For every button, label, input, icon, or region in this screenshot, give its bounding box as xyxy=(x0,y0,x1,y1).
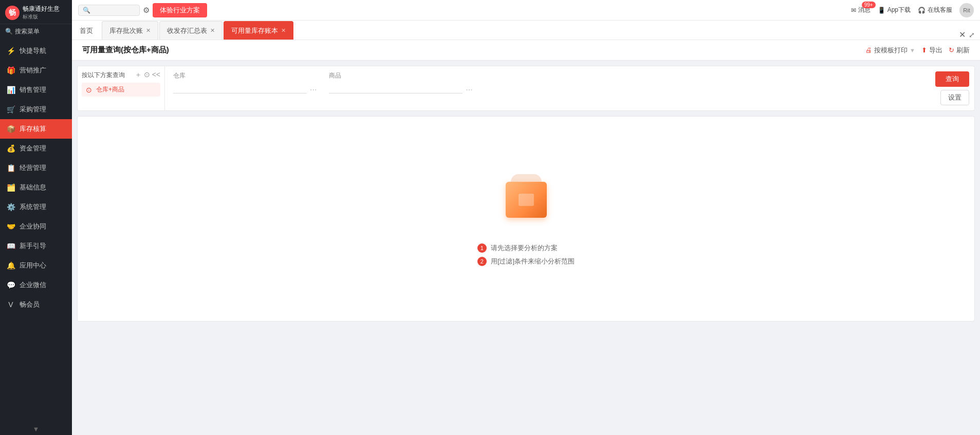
filter-fields: 仓库 ... 商品 ... xyxy=(165,66,935,110)
tab-collect-summary-close[interactable]: ✕ xyxy=(210,27,215,34)
sidebar-item-cooperation[interactable]: 🤝 企业协同 xyxy=(0,217,72,236)
sidebar-item-sales[interactable]: 📊 销售管理 xyxy=(0,80,72,100)
tab-batch-ledger-close[interactable]: ✕ xyxy=(146,27,151,34)
topbar: 🔍 ⚙ 体验行业方案 ✉ 99+ 消息 📱 App下载 🎧 在线客服 Rit xyxy=(72,0,980,21)
warehouse-goods-icon: ⊙ xyxy=(85,86,93,94)
tab-available-ledger-close[interactable]: ✕ xyxy=(281,27,286,34)
filter-scheme-label: 按以下方案查询 xyxy=(82,71,125,80)
sidebar-item-member[interactable]: V 畅会员 xyxy=(0,295,72,314)
sidebar-item-wechat[interactable]: 💬 企业微信 xyxy=(0,275,72,295)
sales-icon: 📊 xyxy=(6,85,15,94)
filter-sidebar-header: 按以下方案查询 ＋ ⊙ << xyxy=(82,70,160,80)
warehouse-input[interactable] xyxy=(173,82,307,93)
filter-panel: 按以下方案查询 ＋ ⊙ << ⊙ 仓库+商品 仓库 xyxy=(77,66,975,111)
print-template-button[interactable]: 🖨 按模板打印 ▼ xyxy=(865,46,915,55)
message-icon-item[interactable]: ✉ 99+ 消息 xyxy=(851,6,871,14)
trial-industry-button[interactable]: 体验行业方案 xyxy=(153,3,207,17)
search-icon: 🔍 xyxy=(5,28,13,35)
warehouse-input-row: ... xyxy=(173,82,317,93)
topbar-right: ✉ 99+ 消息 📱 App下载 🎧 在线客服 Rit xyxy=(851,3,974,17)
sidebar-item-app-center[interactable]: 🔔 应用中心 xyxy=(0,256,72,275)
tab-home[interactable]: 首页 xyxy=(72,21,101,40)
filter-collapse-icon[interactable]: << xyxy=(152,70,160,80)
tab-expand-button[interactable]: ⤢ xyxy=(969,31,975,39)
app-download-item[interactable]: 📱 App下载 xyxy=(878,6,911,14)
quick-nav-icon: ⚡ xyxy=(6,46,15,55)
sidebar-item-inventory[interactable]: 📦 库存核算 xyxy=(0,119,72,139)
sidebar-item-label: 系统管理 xyxy=(20,202,46,212)
guide-icon: 📖 xyxy=(6,241,15,251)
warehouse-dots-button[interactable]: ... xyxy=(310,83,317,92)
settings-button[interactable]: 设置 xyxy=(940,90,969,105)
sidebar-item-finance[interactable]: 💰 资金管理 xyxy=(0,139,72,158)
refresh-button[interactable]: ↻ 刷新 xyxy=(949,46,970,55)
sidebar-item-purchase[interactable]: 🛒 采购管理 xyxy=(0,100,72,119)
goods-dots-button[interactable]: ... xyxy=(466,83,472,92)
sidebar-item-guide[interactable]: 📖 新手引导 xyxy=(0,236,72,256)
goods-input[interactable] xyxy=(329,82,463,93)
sidebar-nav: ⚡ 快捷导航 🎁 营销推广 📊 销售管理 🛒 采购管理 📦 库存核算 💰 资金管… xyxy=(0,39,72,423)
topbar-search-icon: 🔍 xyxy=(83,7,90,14)
sidebar-item-label: 新手引导 xyxy=(20,241,46,251)
sidebar-item-label: 库存核算 xyxy=(20,124,46,134)
sidebar-item-marketing[interactable]: 🎁 营销推广 xyxy=(0,61,72,80)
warehouse-field-label: 仓库 xyxy=(173,71,317,80)
print-icon: 🖨 xyxy=(865,46,872,54)
tab-collect-summary[interactable]: 收发存汇总表 ✕ xyxy=(159,21,223,40)
sidebar-search[interactable]: 🔍 搜索菜单 xyxy=(0,24,72,39)
query-button[interactable]: 查询 xyxy=(935,71,969,87)
filter-settings-icon[interactable]: ⊙ xyxy=(144,70,150,80)
tabs-right-actions: ✕ ⤢ xyxy=(954,30,980,40)
filter-add-icon[interactable]: ＋ xyxy=(135,70,142,80)
sidebar-item-quick-nav[interactable]: ⚡ 快捷导航 xyxy=(0,41,72,61)
sidebar-item-label: 畅会员 xyxy=(20,300,40,309)
marketing-icon: 🎁 xyxy=(6,66,15,75)
query-btn-area: 查询 设置 xyxy=(935,66,974,110)
brand-tag: 标准版 xyxy=(23,13,60,21)
topbar-left: 🔍 ⚙ 体验行业方案 xyxy=(78,3,847,17)
sidebar-item-label: 应用中心 xyxy=(20,261,46,270)
goods-field-label: 商品 xyxy=(329,71,472,80)
hint-text-1: 请先选择要分析的方案 xyxy=(491,243,558,253)
hint-num-1: 1 xyxy=(477,243,487,253)
topbar-search-box[interactable]: 🔍 xyxy=(78,5,140,16)
finance-icon: 💰 xyxy=(6,144,15,153)
app-download-label: App下载 xyxy=(887,6,911,14)
sidebar-item-label: 资金管理 xyxy=(20,144,46,153)
topbar-gear-icon[interactable]: ⚙ xyxy=(143,6,150,15)
tab-close-all-button[interactable]: ✕ xyxy=(959,30,966,40)
empty-hint-1: 1 请先选择要分析的方案 xyxy=(477,243,575,253)
export-button[interactable]: ⬆ 导出 xyxy=(921,46,942,55)
filter-option-warehouse-goods[interactable]: ⊙ 仓库+商品 xyxy=(82,83,160,97)
empty-illustration xyxy=(495,172,557,233)
brand-icon: 畅 xyxy=(5,6,20,20)
refresh-label: 刷新 xyxy=(956,46,970,55)
main-area: 🔍 ⚙ 体验行业方案 ✉ 99+ 消息 📱 App下载 🎧 在线客服 Rit xyxy=(72,0,980,435)
sidebar-item-label: 快捷导航 xyxy=(20,46,46,55)
member-icon: V xyxy=(6,300,15,309)
tab-available-ledger-label: 可用量库存账本 xyxy=(231,26,278,35)
filter-field-goods: 商品 ... xyxy=(329,71,472,93)
page-content: 可用量查询(按仓库+商品) 🖨 按模板打印 ▼ ⬆ 导出 ↻ 刷新 xyxy=(72,40,980,435)
sidebar-scroll-down[interactable]: ▼ xyxy=(0,423,72,435)
sidebar-item-system[interactable]: ⚙️ 系统管理 xyxy=(0,197,72,217)
sidebar-header: 畅 畅康通好生意 标准版 xyxy=(0,0,72,24)
sidebar-item-basic[interactable]: 🗂️ 基础信息 xyxy=(0,178,72,197)
print-chevron-icon: ▼ xyxy=(910,47,915,53)
user-avatar[interactable]: Rit xyxy=(959,3,974,17)
goods-input-row: ... xyxy=(329,82,472,93)
tab-available-ledger[interactable]: 可用量库存账本 ✕ xyxy=(224,21,293,40)
sidebar-item-label: 销售管理 xyxy=(20,85,46,94)
topbar-search-input[interactable] xyxy=(93,7,134,14)
page-header-actions: 🖨 按模板打印 ▼ ⬆ 导出 ↻ 刷新 xyxy=(865,46,970,55)
sidebar-item-label: 企业微信 xyxy=(20,280,46,290)
sidebar: 畅 畅康通好生意 标准版 🔍 搜索菜单 ⚡ 快捷导航 🎁 营销推广 📊 销售管理… xyxy=(0,0,72,435)
filter-sidebar-actions: ＋ ⊙ << xyxy=(135,70,160,80)
tabs-bar: 首页 库存批次账 ✕ 收发存汇总表 ✕ 可用量库存账本 ✕ ✕ ⤢ xyxy=(72,21,980,40)
sidebar-item-operations[interactable]: 📋 经营管理 xyxy=(0,158,72,178)
empty-state: 1 请先选择要分析的方案 2 用[过滤]条件来缩小分析范围 xyxy=(77,116,975,321)
brand-name: 畅康通好生意 xyxy=(23,5,60,13)
service-label: 在线客服 xyxy=(928,6,952,14)
service-item[interactable]: 🎧 在线客服 xyxy=(918,6,952,14)
tab-batch-ledger[interactable]: 库存批次账 ✕ xyxy=(102,21,158,40)
